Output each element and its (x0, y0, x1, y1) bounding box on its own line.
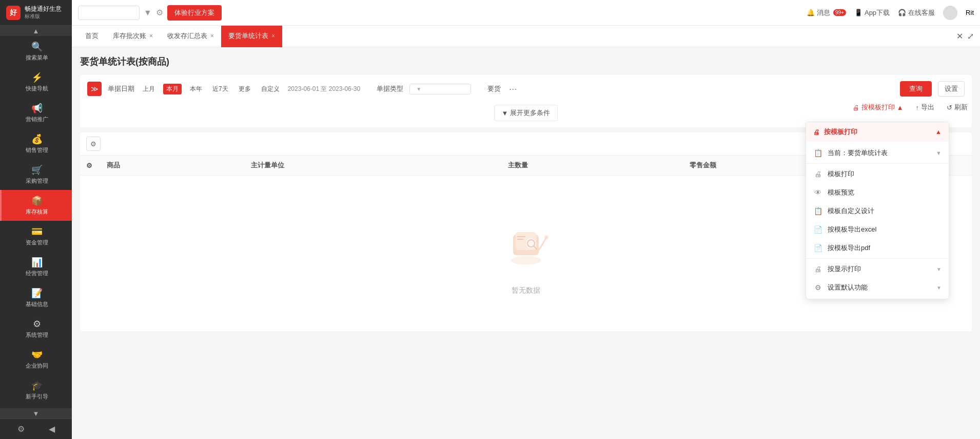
sidebar-item-search[interactable]: 🔍 搜索菜单 (0, 36, 72, 67)
bell-icon: 🔔 (807, 9, 815, 16)
type-select[interactable]: ▼ (409, 84, 471, 94)
export-label: 导出 (921, 103, 934, 112)
online-service-label: 在线客服 (908, 8, 935, 17)
dropdown-header-title: 按模板打印 (824, 127, 857, 137)
cooperation-icon: 🤝 (31, 349, 43, 360)
dropdown-section-default-func[interactable]: ⚙ 设置默认功能 ▼ (806, 278, 949, 297)
sidebar-item-inventory[interactable]: 📦 库存核算 (0, 190, 72, 221)
svg-point-8 (544, 235, 548, 239)
messages-badge: 99+ (833, 9, 846, 16)
finance-icon: 💳 (31, 226, 43, 237)
more-options-icon[interactable]: ··· (507, 82, 519, 97)
sidebar-item-guide[interactable]: 🎓 新手引导 (0, 375, 72, 406)
quick-nav-icon: ⚡ (31, 72, 43, 83)
phone-icon: 📱 (854, 9, 863, 16)
dropdown-current-template[interactable]: 📋 当前：要货单统计表 ▼ (806, 144, 949, 162)
guide-icon: 🎓 (31, 380, 43, 391)
sidebar-item-cooperation[interactable]: 🤝 企业协同 (0, 344, 72, 375)
avatar[interactable] (943, 6, 957, 20)
dropdown-item-template-preview[interactable]: 👁 模板预览 (806, 183, 949, 202)
date-btn-7days[interactable]: 近7天 (210, 84, 230, 94)
date-btn-this-year[interactable]: 本年 (188, 84, 204, 94)
topbar-gear-icon[interactable]: ⚙ (156, 8, 163, 17)
dropdown-icon[interactable]: ▼ (144, 8, 152, 17)
tab-home[interactable]: 首页 (78, 26, 106, 47)
default-func-icon: ⚙ (813, 283, 822, 292)
settings-icon[interactable]: ⚙ (17, 424, 25, 434)
sidebar-label-search: 搜索菜单 (26, 54, 48, 62)
print-arrow-icon: ▲ (897, 104, 904, 111)
display-print-arrow: ▼ (936, 266, 942, 272)
sidebar-label-purchase: 采购管理 (26, 177, 48, 185)
sidebar-item-purchase[interactable]: 🛒 采购管理 (0, 159, 72, 190)
print-btn[interactable]: 🖨 按模板打印 ▲ (849, 101, 908, 114)
dropdown-header[interactable]: 🖨 按模板打印 ▲ (806, 122, 949, 142)
filter-toggle-btn[interactable]: ≫ (87, 82, 102, 96)
marketing-icon: 📢 (31, 103, 43, 114)
sidebar-item-sales[interactable]: 💰 销售管理 (0, 128, 72, 159)
date-btn-more[interactable]: 更多 (237, 84, 253, 94)
app-download-btn[interactable]: 📱 App下载 (854, 8, 890, 17)
dropdown-item-template-custom[interactable]: 📋 模板自定义设计 (806, 202, 949, 220)
tab-home-label: 首页 (85, 31, 99, 41)
refresh-btn[interactable]: ↺ 刷新 (943, 101, 972, 114)
sidebar-item-quick-nav[interactable]: ⚡ 快捷导航 (0, 67, 72, 98)
sidebar-label-system: 系统管理 (26, 331, 48, 339)
scroll-up-btn[interactable]: ▲ (0, 26, 72, 36)
headset-icon: 🎧 (898, 9, 906, 16)
scroll-down-btn[interactable]: ▼ (0, 408, 72, 418)
default-func-left: ⚙ 设置默认功能 (813, 283, 868, 292)
logo-icon: 好 (6, 6, 21, 20)
messages-btn[interactable]: 🔔 消息 99+ (807, 8, 846, 17)
export-pdf-label: 按模板导出pdf (828, 243, 870, 253)
dropdown-section-display-print[interactable]: 🖨 按显示打印 ▼ (806, 260, 949, 278)
tab-order-close[interactable]: × (271, 32, 275, 40)
sidebar-item-marketing[interactable]: 📢 营销推广 (0, 98, 72, 128)
template-custom-icon: 📋 (813, 207, 822, 215)
query-btn[interactable]: 查询 (900, 81, 932, 97)
date-btn-custom[interactable]: 自定义 (259, 84, 282, 94)
experience-btn[interactable]: 体验行业方案 (167, 5, 222, 21)
search-icon: 🔍 (31, 41, 43, 52)
date-btn-last-month[interactable]: 上月 (141, 84, 157, 94)
table-settings-btn[interactable]: ⚙ (86, 137, 101, 151)
empty-icon (503, 222, 549, 278)
expand-more-btn[interactable]: ▼ 展开更多条件 (494, 105, 558, 121)
sidebar-label-cooperation: 企业协同 (26, 362, 48, 370)
tab-receipt-close[interactable]: × (210, 32, 214, 40)
sidebar-item-operations[interactable]: 📊 经营管理 (0, 252, 72, 282)
sidebar-item-system[interactable]: ⚙ 系统管理 (0, 313, 72, 344)
tab-batch-close[interactable]: × (149, 32, 153, 40)
collapse-icon[interactable]: ◀ (49, 424, 55, 434)
tab-batch-account[interactable]: 库存批次账 × (106, 26, 160, 47)
sidebar-item-finance[interactable]: 💳 资金管理 (0, 221, 72, 252)
empty-text: 暂无数据 (512, 286, 540, 295)
dropdown-item-template-print[interactable]: 🖨 模板打印 (806, 165, 949, 183)
tab-order-summary[interactable]: 要货单统计表 × (221, 26, 282, 47)
online-service-btn[interactable]: 🎧 在线客服 (898, 8, 935, 17)
dropdown-item-export-pdf[interactable]: 📄 按模板导出pdf (806, 239, 949, 257)
display-print-label: 按显示打印 (828, 264, 861, 274)
export-btn[interactable]: ↑ 导出 (912, 101, 939, 114)
tab-receipt-summary[interactable]: 收发存汇总表 × (160, 26, 221, 47)
sidebar-label-basic: 基础信息 (26, 300, 48, 308)
sidebar-nav: 🔍 搜索菜单 ⚡ 快捷导航 📢 营销推广 💰 销售管理 🛒 采购管理 📦 库存核… (0, 36, 72, 408)
sidebar-item-basic[interactable]: 📝 基础信息 (0, 282, 72, 313)
col-unit: 主计量单位 (245, 156, 501, 176)
sidebar: 好 畅捷通好生意 标准版 ▲ 🔍 搜索菜单 ⚡ 快捷导航 📢 营销推广 💰 销售… (0, 0, 72, 439)
print-dropdown: 🖨 按模板打印 ▲ 📋 当前：要货单统计表 ▼ 🖨 模板打印 👁 (806, 122, 949, 299)
app-edition: 标准版 (25, 13, 62, 20)
search-input[interactable] (78, 6, 140, 20)
col-product: 商品 (101, 156, 245, 176)
sidebar-label-sales: 销售管理 (26, 146, 48, 154)
date-btn-this-month[interactable]: 本月 (163, 84, 182, 94)
sidebar-label-inventory: 库存核算 (26, 208, 48, 216)
tab-receipt-summary-label: 收发存汇总表 (167, 31, 207, 41)
sidebar-label-quick-nav: 快捷导航 (26, 85, 48, 92)
settings-btn[interactable]: 设置 (938, 81, 965, 97)
printer-header-icon: 🖨 (813, 128, 820, 136)
tab-expand-icon[interactable]: ⤢ (967, 31, 974, 41)
dropdown-item-export-excel[interactable]: 📄 按模板导出excel (806, 220, 949, 239)
operations-icon: 📊 (31, 257, 43, 268)
tab-close-all-icon[interactable]: ✕ (956, 31, 963, 41)
